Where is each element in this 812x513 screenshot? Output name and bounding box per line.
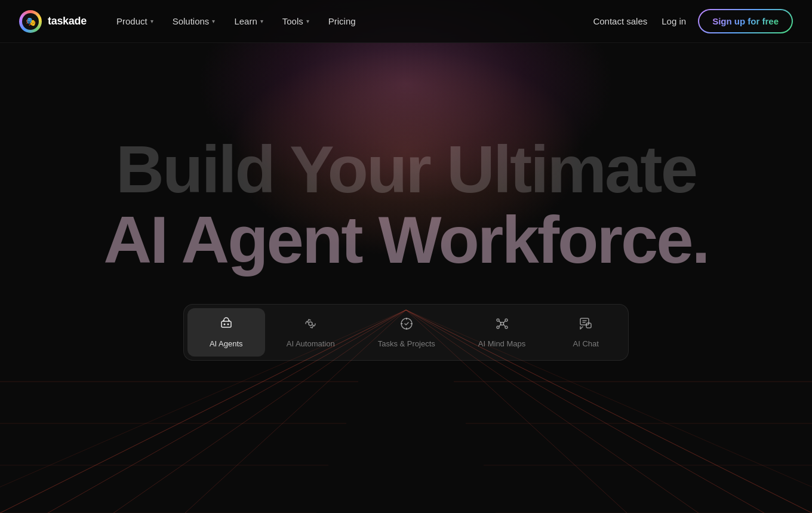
navbar: 🎭 taskade Product ▾ Solutions ▾ Learn ▾ … <box>0 0 812 43</box>
tab-ai-chat[interactable]: AI Chat <box>547 308 625 357</box>
nav-product[interactable]: Product ▾ <box>108 11 162 31</box>
ai-agents-icon <box>219 317 233 334</box>
chevron-down-icon: ▾ <box>150 18 153 24</box>
nav-tools[interactable]: Tools ▾ <box>274 11 318 31</box>
nav-learn[interactable]: Learn ▾ <box>226 11 271 31</box>
svg-point-28 <box>497 326 499 328</box>
hero-tabs: AI Agents AI Automation <box>183 304 629 361</box>
svg-point-19 <box>223 323 225 325</box>
tab-ai-mind-maps[interactable]: AI Mind Maps <box>457 308 547 357</box>
tab-ai-agents-label: AI Agents <box>210 339 243 348</box>
hero-section: Build Your Ultimate AI Agent Workforce. … <box>0 0 812 513</box>
tab-tasks-projects[interactable]: Tasks & Projects <box>356 308 457 357</box>
tab-ai-automation[interactable]: AI Automation <box>265 308 356 357</box>
svg-line-32 <box>499 324 501 327</box>
nav-links: Product ▾ Solutions ▾ Learn ▾ Tools ▾ Pr… <box>108 11 590 31</box>
svg-point-27 <box>505 319 508 321</box>
tab-tasks-projects-label: Tasks & Projects <box>378 339 435 348</box>
svg-point-26 <box>497 319 499 321</box>
svg-rect-18 <box>222 321 231 327</box>
svg-line-31 <box>503 321 505 323</box>
nav-pricing[interactable]: Pricing <box>320 11 364 31</box>
signup-button[interactable]: Sign up for free <box>698 9 793 33</box>
hero-title: Build Your Ultimate AI Agent Workforce. <box>103 134 708 275</box>
ai-mind-maps-icon <box>495 317 509 334</box>
contact-sales-button[interactable]: Contact sales <box>590 11 650 31</box>
ai-chat-icon <box>579 317 593 334</box>
tab-ai-chat-label: AI Chat <box>573 339 599 348</box>
chevron-down-icon: ▾ <box>260 18 263 24</box>
login-button[interactable]: Log in <box>659 11 688 31</box>
logo-icon: 🎭 <box>19 10 42 33</box>
tasks-projects-icon <box>399 317 414 334</box>
logo-inner: 🎭 <box>22 13 39 30</box>
svg-point-20 <box>227 323 229 325</box>
hero-title-line2: AI Agent Workforce. <box>103 205 708 275</box>
svg-point-23 <box>309 322 312 325</box>
hero-title-line1: Build Your Ultimate <box>103 134 708 205</box>
ai-automation-icon <box>303 317 318 334</box>
tab-ai-automation-label: AI Automation <box>287 339 335 348</box>
nav-solutions[interactable]: Solutions ▾ <box>164 11 224 31</box>
tab-ai-agents[interactable]: AI Agents <box>187 308 265 357</box>
svg-line-30 <box>499 321 501 323</box>
logo[interactable]: 🎭 taskade <box>19 10 87 33</box>
svg-point-29 <box>505 326 508 328</box>
nav-right: Contact sales Log in Sign up for free <box>590 9 793 33</box>
svg-line-33 <box>503 324 505 327</box>
chevron-down-icon: ▾ <box>306 18 309 24</box>
logo-text: taskade <box>48 15 87 27</box>
chevron-down-icon: ▾ <box>212 18 215 24</box>
tab-ai-mind-maps-label: AI Mind Maps <box>478 339 525 348</box>
svg-rect-34 <box>580 318 589 325</box>
